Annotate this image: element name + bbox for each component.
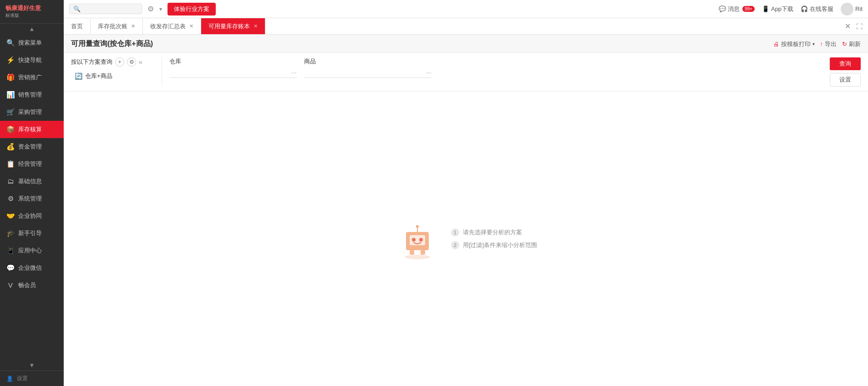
svg-rect-7 <box>421 250 425 255</box>
sidebar-item-wechat[interactable]: 💬企业微信 <box>0 259 64 277</box>
sidebar: 畅康通好生意 标准版 ▲ 🔍搜索菜单⚡快捷导航🎁营销推广📊销售管理🛒采购管理📦库… <box>0 0 64 386</box>
goods-label: 商品 <box>304 57 431 66</box>
message-badge: 99+ <box>742 6 755 12</box>
search-icon: 🔍 <box>73 5 81 12</box>
nav-icon-quick-nav: ⚡ <box>6 56 15 64</box>
nav-label-enterprise: 企业协同 <box>18 212 42 220</box>
empty-illustration <box>395 216 440 262</box>
nav-label-operation: 经营管理 <box>18 160 42 168</box>
warehouse-more-btn[interactable]: ··· <box>291 69 297 76</box>
nav-icon-search: 🔍 <box>6 39 15 47</box>
sidebar-item-quick-nav[interactable]: ⚡快捷导航 <box>0 51 64 69</box>
message-label: 消息 <box>728 5 740 13</box>
user-avatar-area[interactable]: Rit <box>841 3 863 15</box>
tabbar-expand-icon[interactable]: ⛶ <box>854 21 864 32</box>
tab-batch-ledger-close[interactable]: ✕ <box>131 23 135 29</box>
tab-home[interactable]: 首页 <box>64 18 91 34</box>
sidebar-item-finance[interactable]: 💰资金管理 <box>0 138 64 155</box>
message-btn[interactable]: 💬 消息 99+ <box>719 5 755 13</box>
goods-more-btn[interactable]: ··· <box>426 69 431 76</box>
export-action[interactable]: ↑ 导出 <box>820 40 837 48</box>
scheme-settings-btn[interactable]: ⚙ <box>127 57 136 67</box>
sidebar-item-marketing[interactable]: 🎁营销推广 <box>0 69 64 86</box>
print-chevron: ▾ <box>812 41 815 46</box>
search-box[interactable]: 🔍 <box>69 4 142 14</box>
sidebar-scroll-down[interactable]: ▼ <box>0 360 64 371</box>
filter-right: 仓库 ··· 商品 ··· 查询 设置 <box>162 57 861 87</box>
export-label: 导出 <box>825 40 837 48</box>
sidebar-item-newbie[interactable]: 🎓新手引导 <box>0 225 64 242</box>
nav-icon-operation: 📋 <box>6 160 15 168</box>
nav-label-wechat: 企业微信 <box>18 264 42 272</box>
topbar-right: 💬 消息 99+ 📱 App下载 🎧 在线客服 Rit <box>719 3 863 15</box>
nav-label-newbie: 新手引导 <box>18 229 42 237</box>
sidebar-scroll-up[interactable]: ▲ <box>0 24 64 34</box>
nav-label-sales: 销售管理 <box>18 91 42 99</box>
print-action[interactable]: 🖨 按模板打印 ▾ <box>773 40 815 48</box>
scheme-warehouse-goods[interactable]: 🔄 仓库+商品 <box>71 70 156 82</box>
nav-icon-marketing: 🎁 <box>6 73 15 82</box>
nav-label-vip: 畅会员 <box>18 281 36 289</box>
app-icon: 📱 <box>762 5 769 12</box>
hint-text-1: 请先选择要分析的方案 <box>463 228 522 237</box>
svg-point-5 <box>416 225 419 228</box>
filter-scheme-title: 按以下方案查询 <box>71 58 112 66</box>
warehouse-label: 仓库 <box>169 57 297 66</box>
hint-number-2: 2 <box>451 241 459 249</box>
goods-input-row: ··· <box>304 67 431 78</box>
app-download-btn[interactable]: 📱 App下载 <box>762 5 793 13</box>
sidebar-item-enterprise[interactable]: 🤝企业协同 <box>0 207 64 225</box>
sidebar-footer: 👤 设置 <box>0 371 64 386</box>
nav-label-app-center: 应用中心 <box>18 247 42 255</box>
scheme-add-btn[interactable]: + <box>115 57 124 67</box>
sidebar-item-purchase[interactable]: 🛒采购管理 <box>0 103 64 121</box>
refresh-icon: ↻ <box>842 41 847 47</box>
sidebar-item-basic[interactable]: 🗂基础信息 <box>0 173 64 190</box>
query-button[interactable]: 查询 <box>830 57 861 70</box>
tab-collect-ledger[interactable]: 收发存汇总表 ✕ <box>143 18 201 34</box>
online-service-btn[interactable]: 🎧 在线客服 <box>801 5 833 13</box>
filter-scheme-header: 按以下方案查询 + ⚙ « <box>71 57 156 67</box>
svg-point-3 <box>419 238 423 242</box>
tab-available-ledger-label: 可用量库存账本 <box>208 22 250 31</box>
topbar: 🔍 ⚙ ▾ 体验行业方案 💬 消息 99+ 📱 App下载 🎧 在线客服 Rit <box>64 0 868 18</box>
filter-panel: 按以下方案查询 + ⚙ « 🔄 仓库+商品 仓库 ··· <box>64 53 868 92</box>
sidebar-header: 畅康通好生意 标准版 <box>0 0 64 24</box>
nav-label-quick-nav: 快捷导航 <box>18 56 42 64</box>
sidebar-item-vip[interactable]: V畅会员 <box>0 277 64 294</box>
sidebar-item-system[interactable]: ⚙系统管理 <box>0 190 64 207</box>
tabbar-actions: ✕ ⛶ <box>843 20 868 32</box>
nav-icon-enterprise: 🤝 <box>6 212 15 220</box>
sidebar-item-sales[interactable]: 📊销售管理 <box>0 86 64 103</box>
gear-icon[interactable]: ⚙ <box>146 3 156 15</box>
tabbar-close-icon[interactable]: ✕ <box>843 20 853 32</box>
settings-button[interactable]: 设置 <box>830 73 861 87</box>
refresh-action[interactable]: ↻ 刷新 <box>842 40 861 48</box>
scheme-collapse-btn[interactable]: « <box>139 58 142 66</box>
service-icon: 🎧 <box>801 5 808 12</box>
tab-batch-ledger[interactable]: 库存批次账 ✕ <box>91 18 143 34</box>
warehouse-input[interactable] <box>169 69 288 76</box>
search-input[interactable] <box>82 6 137 12</box>
scheme-label: 仓库+商品 <box>85 72 112 80</box>
nav-label-basic: 基础信息 <box>18 177 42 185</box>
sidebar-item-app-center[interactable]: 📱应用中心 <box>0 242 64 259</box>
scheme-icon: 🔄 <box>75 72 82 80</box>
trial-button[interactable]: 体验行业方案 <box>168 3 216 15</box>
sidebar-item-inventory[interactable]: 📦库存核算 <box>0 121 64 138</box>
nav-icon-wechat: 💬 <box>6 264 15 272</box>
nav-icon-newbie: 🎓 <box>6 229 15 237</box>
tab-available-ledger-close[interactable]: ✕ <box>254 23 258 29</box>
sidebar-item-operation[interactable]: 📋经营管理 <box>0 155 64 173</box>
hint-text-2: 用[过滤]条件来缩小分析范围 <box>463 241 537 249</box>
tab-collect-ledger-close[interactable]: ✕ <box>189 23 193 29</box>
empty-text-area: 1 请先选择要分析的方案 2 用[过滤]条件来缩小分析范围 <box>451 228 537 249</box>
sidebar-item-search[interactable]: 🔍搜索菜单 <box>0 34 64 51</box>
brand-version: 标准版 <box>5 12 58 19</box>
goods-input[interactable] <box>304 69 422 76</box>
nav-icon-purchase: 🛒 <box>6 108 15 116</box>
tab-available-ledger[interactable]: 可用量库存账本 ✕ <box>201 18 265 34</box>
svg-point-2 <box>412 238 416 242</box>
page-actions: 🖨 按模板打印 ▾ ↑ 导出 ↻ 刷新 <box>773 40 861 48</box>
chevron-down-icon[interactable]: ▾ <box>159 6 162 12</box>
